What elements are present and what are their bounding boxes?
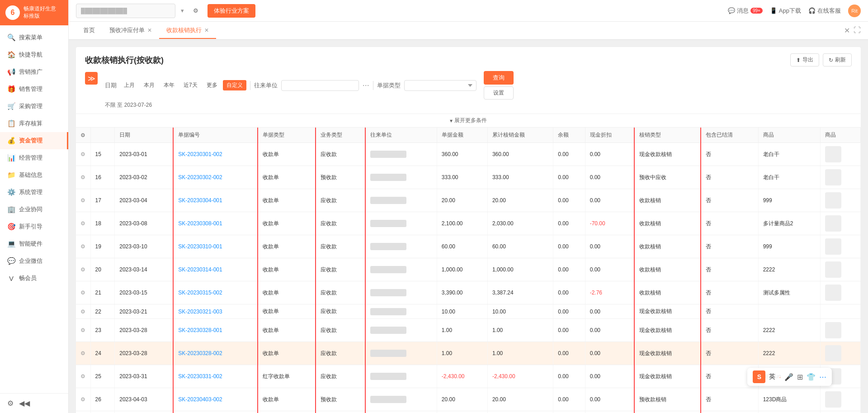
col-settings[interactable]: ⚙ [76,128,90,143]
cell-settings[interactable]: ⚙ [76,365,90,388]
tab-writeoff[interactable]: 收款核销执行 ✕ [159,23,216,39]
topbar-gear-btn[interactable]: ⚙ [189,5,202,17]
sidebar-item-finance[interactable]: 💰 资金管理 [0,132,68,149]
settings-btn[interactable]: 设置 [484,86,514,100]
sidebar-item-basics[interactable]: 📁 基础信息 [0,166,68,184]
refresh-btn[interactable]: ↻ 刷新 [823,53,852,66]
cell-settings[interactable]: ⚙ [76,281,90,304]
cell-settings[interactable]: ⚙ [76,411,90,413]
wm-grid-icon[interactable]: ⊞ [797,373,803,381]
query-btn[interactable]: 查询 [484,71,514,85]
tab-expand-btn[interactable]: ⛶ [854,26,861,35]
sidebar-item-marketing[interactable]: 📢 营销推广 [0,63,68,81]
cell-bill-no: SK-20230321-003 [173,304,258,319]
filter-toggle-btn[interactable]: ≫ [85,72,98,85]
bill-no-link[interactable]: SK-20230301-002 [178,151,222,157]
bill-no-link[interactable]: SK-20230328-001 [178,327,222,333]
bill-no-link[interactable]: SK-20230304-001 [178,197,222,204]
sidebar-item-inventory[interactable]: 📋 库存核算 [0,115,68,132]
cell-settings[interactable]: ⚙ [76,212,90,235]
bill-no-link[interactable]: SK-20230302-002 [178,174,222,180]
table-row[interactable]: ⚙ 16 2023-03-02 SK-20230302-002 收款单 预收款 … [76,166,861,189]
date-btn-custom[interactable]: 自定义 [223,80,246,90]
bill-no-link[interactable]: SK-20230314-001 [178,266,222,273]
receipt-type-select[interactable] [404,80,476,91]
date-btn-7days[interactable]: 近7天 [180,80,201,90]
cell-settings[interactable]: ⚙ [76,235,90,258]
sidebar-item-purchase[interactable]: 🛒 采购管理 [0,98,68,115]
tab-prepayment[interactable]: 预收冲应付单 ✕ [102,23,159,39]
sidebar-item-hardware[interactable]: 💻 智能硬件 [0,235,68,252]
message-btn[interactable]: 💬 消息 99+ [728,7,763,15]
date-btn-this-month[interactable]: 本月 [140,80,158,90]
cell-settings[interactable]: ⚙ [76,166,90,189]
cell-write-off-type: 现金收款核销 [634,411,701,413]
counterpart-input[interactable] [281,80,359,91]
sidebar-item-guide[interactable]: 🎯 新手引导 [0,218,68,235]
cell-settings[interactable]: ⚙ [76,342,90,365]
bill-no-link[interactable]: SK-20230308-001 [178,220,222,227]
bill-no-link[interactable]: SK-20230321-003 [178,309,222,315]
cell-settings[interactable]: ⚙ [76,258,90,281]
cell-product2 [820,212,860,235]
settings-footer-icon[interactable]: ⚙ [7,399,14,408]
cell-write-off-type: 收款核销 [634,258,701,281]
bill-no-link[interactable]: SK-20230310-001 [178,243,222,250]
tab-close-all-btn[interactable]: ✕ [844,26,850,35]
sidebar-item-quick-nav[interactable]: 🏠 快捷导航 [0,46,68,63]
sidebar-item-operations[interactable]: 📊 经营管理 [0,149,68,166]
user-avatar-btn[interactable]: Rit [848,5,861,17]
cell-bill-type: 收款单 [258,143,316,166]
table-row[interactable]: ⚙ 26 2023-04-03 SK-20230403-002 收款单 预收款 … [76,388,861,411]
cell-settings[interactable]: ⚙ [76,319,90,342]
sidebar-item-sales[interactable]: 🎁 销售管理 [0,81,68,98]
cell-product [758,304,820,319]
table-row[interactable]: ⚙ 18 2023-03-08 SK-20230308-001 收款单 应收款 … [76,212,861,235]
table-row[interactable]: ⚙ 24 2023-03-28 SK-20230328-002 收款单 应收款 … [76,342,861,365]
wm-mic-icon[interactable]: 🎤 [784,373,793,381]
collapse-icon[interactable]: ◀◀ [19,399,30,408]
sidebar-item-member[interactable]: V 畅会员 [0,270,68,287]
table-row[interactable]: ⚙ 17 2023-03-04 SK-20230304-001 收款单 应收款 … [76,189,861,212]
bill-no-link[interactable]: SK-20230331-002 [178,373,222,380]
bill-no-link[interactable]: SK-20230315-002 [178,290,222,296]
date-btn-more[interactable]: 更多 [203,80,221,90]
sidebar-item-enterprise[interactable]: 🏢 企业协同 [0,201,68,218]
table-row[interactable]: ⚙ 15 2023-03-01 SK-20230301-002 收款单 应收款 … [76,143,861,166]
sidebar-item-search[interactable]: 🔍 搜索菜单 [0,29,68,46]
sidebar-item-wechat[interactable]: 💬 企业微信 [0,252,68,270]
export-btn[interactable]: ⬆ 导出 [790,53,819,66]
col-include-settled: 包含已结清 [701,128,758,143]
tab-close-writeoff[interactable]: ✕ [204,27,209,33]
bill-no-link[interactable]: SK-20230403-002 [178,396,222,403]
cell-product: 999 [758,189,820,212]
cell-settings[interactable]: ⚙ [76,189,90,212]
cell-settings[interactable]: ⚙ [76,388,90,411]
table-row[interactable]: ⚙ 21 2023-03-15 SK-20230315-002 收款单 应收款 … [76,281,861,304]
cell-date: 2023-04-03 [115,388,174,411]
date-btn-last-month[interactable]: 上月 [120,80,138,90]
online-service-btn[interactable]: 🎧 在线客服 [808,7,841,15]
app-download-btn[interactable]: 📱 App下载 [770,7,801,15]
table-row[interactable]: ⚙ 22 2023-03-21 SK-20230321-003 收款单 应收款 … [76,304,861,319]
cell-settings[interactable]: ⚙ [76,304,90,319]
bill-no-link[interactable]: SK-20230328-002 [178,350,222,356]
counterpart-more-btn[interactable]: ··· [363,81,369,90]
table-row[interactable]: ⚙ 19 2023-03-10 SK-20230310-001 收款单 应收款 … [76,235,861,258]
table-row[interactable]: ⚙ 25 2023-03-31 SK-20230331-002 红字收款单 应收… [76,365,861,388]
date-btn-this-year[interactable]: 本年 [160,80,178,90]
expand-conditions-btn[interactable]: ▾ 展开更多条件 [450,117,487,124]
sidebar-item-system[interactable]: ⚙️ 系统管理 [0,184,68,201]
cell-counterpart: ████████ [365,365,437,388]
tab-close-prepayment[interactable]: ✕ [147,27,152,33]
table-row[interactable]: ⚙ 27 2023-04-08 SK-20230408-001 收款单 应收款 … [76,411,861,413]
tab-home[interactable]: 首页 [76,23,102,39]
cell-settings[interactable]: ⚙ [76,143,90,166]
table-row[interactable]: ⚙ 23 2023-03-28 SK-20230328-001 收款单 应收款 … [76,319,861,342]
wm-apps-icon[interactable]: ⋯ [819,373,826,381]
topbar-dropdown-arrow[interactable]: ▾ [181,7,184,14]
table-row[interactable]: ⚙ 20 2023-03-14 SK-20230314-001 收款单 应收款 … [76,258,861,281]
industry-solution-btn[interactable]: 体验行业方案 [208,4,255,18]
wm-shirt-icon[interactable]: 👕 [807,373,816,381]
table-wrap: ⚙ 日期 单据编号 单据类型 业务类型 往来单位 单据金额 累计核销金额 余额 … [76,128,861,413]
